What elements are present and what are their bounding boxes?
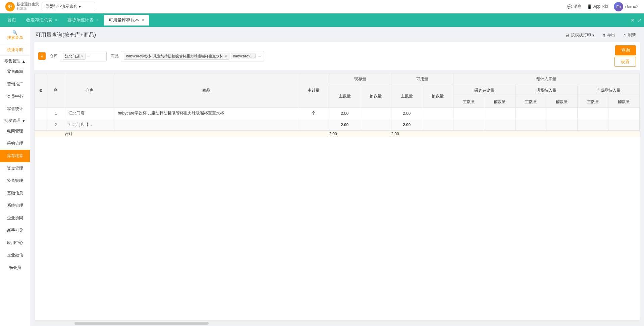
- page-header: 可用量查询(按仓库+商品) 🖨 按模板打印 ▾ ⬆ 导出 ↻ 刷新: [30, 27, 644, 42]
- logo-text-area: 畅捷通好生意 标准版: [17, 2, 39, 11]
- tab-close-all-button[interactable]: ✕: [631, 17, 635, 23]
- cell-row2-unit: [298, 119, 329, 131]
- message-icon: 💬: [567, 4, 572, 9]
- app-download-label: App下载: [593, 4, 608, 9]
- sidebar-label-member: 会员中心: [7, 94, 23, 99]
- cell-row1-stock-main: 2.00: [329, 108, 360, 119]
- th-avail-aux: 辅数量: [422, 85, 453, 108]
- sidebar-label-finance: 资金管理: [7, 166, 23, 171]
- total-stock-main: 2.00: [329, 131, 360, 137]
- sidebar-item-ecommerce[interactable]: 电商管理: [0, 125, 30, 137]
- cell-row1-product: babycare学饮杯 儿童防摔防撞吸管杯重力球吸嘴杯宝宝水杯: [114, 108, 298, 119]
- sidebar-item-wholesale-mgmt[interactable]: 批发管理 ▼: [0, 115, 30, 125]
- top-bar-left: 好 畅捷通好生意 标准版 母婴行业演示账套 ▾: [5, 2, 95, 11]
- tab-home[interactable]: 首页: [3, 15, 21, 26]
- sidebar-label-wholesale-mgmt: 批发管理: [4, 118, 20, 124]
- cell-row1-stock-aux: [360, 108, 391, 119]
- warehouse-label: 仓库: [50, 53, 58, 59]
- setting-button[interactable]: 设置: [614, 57, 636, 67]
- total-product: [114, 131, 298, 137]
- horizontal-scrollbar[interactable]: [34, 322, 640, 325]
- sidebar-item-inventory[interactable]: 库存核算: [0, 150, 30, 162]
- th-settings[interactable]: ⚙: [35, 74, 47, 108]
- cell-row2-inbound-aux: [546, 119, 578, 131]
- sidebar-item-basic-info[interactable]: 基础信息: [0, 187, 30, 199]
- tab-order-stat[interactable]: 要货单统计表 ×: [63, 15, 103, 26]
- sidebar-label-purchase: 采购管理: [7, 141, 23, 146]
- cell-row2-warehouse: 江北门店【...: [65, 119, 114, 131]
- sidebar-item-wechat[interactable]: 企业微信: [0, 249, 30, 262]
- cell-row2-inbound-main: [515, 119, 546, 131]
- sidebar-item-marketing[interactable]: 营销推广: [0, 78, 30, 90]
- cell-row1-seq: 1: [47, 108, 65, 119]
- org-dropdown-icon: ▾: [79, 4, 81, 9]
- page-title: 可用量查询(按仓库+商品): [36, 32, 96, 39]
- sidebar-label-basic-info: 基础信息: [7, 190, 23, 196]
- th-planned-group: 预计入库量: [453, 74, 639, 85]
- tab-receive[interactable]: 收发存汇总表 ×: [21, 15, 62, 26]
- query-button[interactable]: 查询: [615, 45, 636, 55]
- tab-available[interactable]: 可用量库存账本 ×: [104, 15, 149, 26]
- product-tag-1-close[interactable]: ×: [225, 54, 227, 58]
- logo-icon: 好: [5, 2, 15, 11]
- user-area[interactable]: Ea demo2: [614, 2, 639, 11]
- th-produce-aux: 辅数量: [608, 96, 640, 108]
- sidebar-label-app-center: 应用中心: [7, 240, 23, 246]
- cell-row1-warehouse: 江北门店: [65, 108, 114, 119]
- total-settings: [35, 131, 47, 137]
- sidebar-item-purchase[interactable]: 采购管理: [0, 137, 30, 150]
- sidebar-item-operations[interactable]: 经营管理: [0, 175, 30, 187]
- sidebar-item-system[interactable]: 系统管理: [0, 199, 30, 212]
- cell-row2-avail-main: 2.00: [391, 119, 422, 131]
- warehouse-tag: 江北门店 ×: [63, 53, 86, 60]
- sidebar-label-wechat: 企业微信: [7, 252, 23, 258]
- refresh-button[interactable]: ↻ 刷新: [621, 31, 639, 39]
- sidebar-label-inventory: 库存核算: [7, 153, 23, 159]
- warehouse-input[interactable]: 江北门店 × ···: [60, 51, 107, 61]
- product-tag-2-value: babycare?...: [233, 54, 254, 58]
- product-label: 商品: [111, 53, 119, 59]
- total-seq: [47, 131, 65, 137]
- app-download-button[interactable]: 📱 App下载: [587, 4, 608, 9]
- total-purchase-aux: [484, 131, 516, 137]
- table-row: 1 江北门店 babycare学饮杯 儿童防摔防撞吸管杯重力球吸嘴杯宝宝水杯 个…: [35, 108, 640, 119]
- tab-order-stat-close[interactable]: ×: [96, 18, 99, 22]
- warehouse-tag-close[interactable]: ×: [81, 54, 83, 58]
- sidebar-label-newbie: 新手引导: [7, 228, 23, 233]
- sidebar-search[interactable]: 🔍 搜索菜单: [0, 27, 30, 44]
- sidebar-item-member[interactable]: 会员中心: [0, 90, 30, 103]
- product-input[interactable]: babycare学饮杯 儿童防摔防撞吸管杯重力球吸嘴杯宝宝水杯 × babyca…: [121, 51, 264, 61]
- sidebar-item-finance[interactable]: 资金管理: [0, 162, 30, 175]
- cell-row2-produce-main: [577, 119, 608, 131]
- sidebar-item-vip[interactable]: 畅会员: [0, 262, 30, 274]
- th-stock-group: 现存量: [329, 74, 391, 85]
- cell-row2-purchase-aux: [484, 119, 516, 131]
- cell-row1-produce-main: [577, 108, 608, 119]
- tab-expand-button[interactable]: ⤢: [637, 17, 641, 23]
- product-more-icon[interactable]: ···: [258, 54, 261, 58]
- th-purchase-aux: 辅数量: [484, 96, 516, 108]
- sidebar-label-operations: 经营管理: [7, 178, 23, 184]
- sidebar-item-retail-stat[interactable]: 零售统计: [0, 103, 30, 115]
- tab-bar: 首页 收发存汇总表 × 要货单统计表 × 可用量库存账本 × ✕ ⤢: [0, 13, 644, 27]
- warehouse-more-icon[interactable]: ···: [87, 54, 90, 58]
- cell-row2-seq: 2: [47, 119, 65, 131]
- org-selector[interactable]: 母婴行业演示账套 ▾: [42, 2, 95, 11]
- sidebar-item-app-center[interactable]: 应用中心: [0, 237, 30, 249]
- filter-buttons: 查询 设置: [614, 45, 636, 67]
- total-produce-main: [577, 131, 608, 137]
- sidebar-item-retail-mgmt[interactable]: 零售管理 ▲: [0, 56, 30, 65]
- message-button[interactable]: 💬 消息: [567, 4, 582, 9]
- tab-receive-close[interactable]: ×: [55, 18, 57, 22]
- scroll-thumb[interactable]: [74, 322, 209, 325]
- sidebar-item-newbie[interactable]: 新手引导: [0, 224, 30, 237]
- tab-available-close[interactable]: ×: [142, 18, 144, 22]
- expand-button[interactable]: »: [38, 52, 46, 60]
- cell-row1-avail-main: 2.00: [391, 108, 422, 119]
- sidebar-item-enterprise[interactable]: 企业协同: [0, 212, 30, 224]
- export-button[interactable]: ⬆ 导出: [600, 31, 618, 39]
- sidebar-quick-nav[interactable]: 快捷导航: [0, 44, 30, 56]
- tab-receive-label: 收发存汇总表: [26, 17, 52, 23]
- print-button[interactable]: 🖨 按模板打印 ▾: [563, 31, 597, 39]
- sidebar-item-retail-mall[interactable]: 零售商城: [0, 65, 30, 78]
